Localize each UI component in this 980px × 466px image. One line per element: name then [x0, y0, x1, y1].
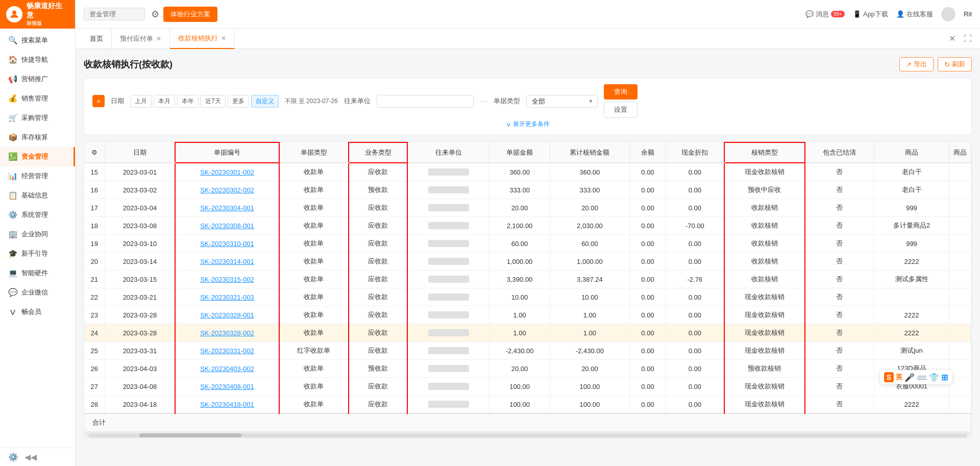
sidebar-icon-guide: 🎓	[8, 249, 17, 258]
refresh-btn[interactable]: ↻ 刷新	[938, 57, 972, 71]
th-settings[interactable]: ⚙	[84, 142, 105, 163]
doc-no-link[interactable]: SK-20230310-001	[200, 240, 254, 248]
tab-home[interactable]: 首页	[82, 29, 112, 49]
sidebar-label-marketing: 营销推广	[21, 75, 48, 84]
cell-no: 18	[84, 217, 105, 235]
message-action[interactable]: 💬 消息 99+	[805, 10, 845, 19]
date-btn-more[interactable]: 更多	[228, 95, 249, 108]
date-filter-label: 日期	[111, 96, 124, 106]
cell-product2	[949, 199, 971, 217]
customer-input[interactable]	[377, 95, 474, 108]
user-avatar[interactable]	[941, 7, 955, 21]
doc-no-link[interactable]: SK-20230302-002	[200, 186, 254, 194]
sidebar-settings-icon[interactable]: ⚙️	[8, 452, 18, 462]
brand-shirt[interactable]: 👕	[929, 373, 939, 382]
table-row: 22 2023-03-21 SK-20230321-003 收款单 应收款 10…	[84, 288, 971, 306]
doc-no-link[interactable]: SK-20230321-003	[200, 293, 254, 301]
sidebar-item-hardware[interactable]: 💻 智能硬件	[0, 263, 75, 283]
doc-no-link[interactable]: SK-20230315-002	[200, 276, 254, 283]
sidebar-item-member[interactable]: V 畅会员	[0, 302, 75, 322]
expand-conditions[interactable]: ∨ 展开更多条件	[92, 120, 963, 129]
sidebar-item-enterprise[interactable]: 🏢 企业协同	[0, 225, 75, 244]
brand-grid[interactable]: ⊞	[941, 373, 948, 382]
cell-balance: 0.00	[630, 253, 666, 271]
cell-doc-type: 收款单	[279, 217, 349, 235]
doc-no-link[interactable]: SK-20230308-001	[200, 222, 254, 230]
cell-date: 2023-04-08	[105, 378, 175, 396]
sidebar-collapse-icon[interactable]: ◀◀	[24, 452, 37, 462]
doc-no-link[interactable]: SK-20230408-001	[200, 383, 254, 390]
sidebar-bottom: ⚙️ ◀◀	[0, 448, 75, 466]
tab-expand-icon[interactable]: ⛶	[962, 32, 974, 45]
date-btn-this-year[interactable]: 本年	[177, 95, 199, 108]
query-btn[interactable]: 查询	[604, 84, 638, 100]
cell-biz-type: 预收款	[349, 360, 407, 378]
brand-keyboard[interactable]: ⌨️	[917, 373, 927, 382]
tab-collection-exec[interactable]: 收款核销执行 ✕	[170, 29, 235, 49]
doc-no-link[interactable]: SK-20230331-002	[200, 347, 254, 355]
cell-doc-type: 收款单	[279, 163, 349, 181]
sidebar-item-wechat[interactable]: 💬 企业微信	[0, 283, 75, 302]
online-service-action[interactable]: 👤 在线客服	[896, 10, 933, 19]
app-download-action[interactable]: 📱 App下载	[853, 10, 888, 19]
doc-no-link[interactable]: SK-20230328-002	[200, 329, 254, 337]
sidebar-item-finance[interactable]: 💹 资金管理	[0, 147, 75, 166]
header-settings-icon[interactable]: ⚙	[151, 9, 159, 20]
cell-written-off: 20.00	[550, 360, 629, 378]
date-btn-this-month[interactable]: 本月	[154, 95, 175, 108]
doc-no-link[interactable]: SK-20230301-002	[200, 168, 254, 176]
sidebar-item-search-menu[interactable]: 🔍 搜索菜单	[0, 31, 75, 50]
cell-doc-type: 收款单	[279, 199, 349, 217]
cell-writeoff-type: 收款核销	[724, 235, 805, 253]
sidebar-item-sales[interactable]: 💰 销售管理	[0, 89, 75, 108]
sidebar-item-operation[interactable]: 📊 经营管理	[0, 166, 75, 186]
export-btn[interactable]: ↗ 导出	[899, 57, 934, 71]
sidebar-item-quick-nav[interactable]: 🏠 快捷导航	[0, 50, 75, 69]
cell-writeoff-type: 收款核销	[724, 199, 805, 217]
tab-pre-payment-close[interactable]: ✕	[156, 35, 161, 42]
sidebar-item-purchase[interactable]: 🛒 采购管理	[0, 108, 75, 128]
cell-product2	[949, 181, 971, 199]
breadcrumb-select[interactable]: 资金管理	[84, 8, 145, 20]
tab-collection-close[interactable]: ✕	[221, 35, 226, 42]
cell-product: 测试jun	[874, 342, 949, 360]
cell-customer	[407, 288, 489, 306]
brand-mic[interactable]: 🎤	[904, 373, 915, 382]
sidebar-item-inventory[interactable]: 📦 库存核算	[0, 128, 75, 147]
cell-product2	[949, 163, 971, 181]
filter-settings-btn[interactable]: 设置	[604, 102, 638, 118]
sidebar-item-system[interactable]: ⚙️ 系统管理	[0, 205, 75, 225]
doc-no-link[interactable]: SK-20230328-001	[200, 311, 254, 319]
receipt-type-select[interactable]: 全部	[526, 95, 598, 108]
sidebar-icon-enterprise: 🏢	[8, 230, 17, 239]
cell-customer	[407, 324, 489, 342]
page-title-bar: 收款核销执行(按收款) ↗ 导出 ↻ 刷新	[84, 57, 972, 71]
scroll-bar[interactable]	[84, 432, 971, 438]
cell-cash-discount: 0.00	[666, 342, 724, 360]
cell-no: 24	[84, 324, 105, 342]
cell-customer	[407, 342, 489, 360]
cell-amount: 2,100.00	[489, 217, 550, 235]
tab-pre-payment[interactable]: 预付应付单 ✕	[112, 29, 170, 49]
th-include-cleared: 包含已结清	[805, 142, 874, 163]
cell-customer	[407, 181, 489, 199]
sidebar-item-basic-info[interactable]: 📋 基础信息	[0, 186, 75, 205]
filter-expand-btn[interactable]: »	[92, 95, 105, 107]
sidebar-item-marketing[interactable]: 📢 营销推广	[0, 69, 75, 89]
doc-no-link[interactable]: SK-20230304-001	[200, 204, 254, 212]
date-btn-prev-month[interactable]: 上月	[130, 95, 152, 108]
svg-point-0	[12, 11, 16, 15]
sidebar-item-guide[interactable]: 🎓 新手引导	[0, 244, 75, 263]
doc-no-link[interactable]: SK-20230403-002	[200, 365, 254, 373]
industry-btn[interactable]: 体验行业方案	[163, 7, 217, 22]
doc-no-link[interactable]: SK-20230418-001	[200, 401, 254, 408]
cell-biz-type: 应收款	[349, 235, 407, 253]
date-buttons: 上月 本月 本年 近7天 更多 自定义	[130, 95, 279, 108]
date-btn-7days[interactable]: 近7天	[201, 95, 226, 108]
doc-no-link[interactable]: SK-20230314-001	[200, 258, 254, 265]
sidebar-nav: 🔍 搜索菜单 🏠 快捷导航 📢 营销推广 💰 销售管理 🛒 采购管理 📦 库存核…	[0, 29, 75, 448]
cell-biz-type: 应收款	[349, 271, 407, 288]
sidebar-label-system: 系统管理	[21, 210, 48, 219]
tab-close-all-icon[interactable]: ✕	[947, 32, 958, 45]
date-btn-custom[interactable]: 自定义	[251, 95, 279, 108]
